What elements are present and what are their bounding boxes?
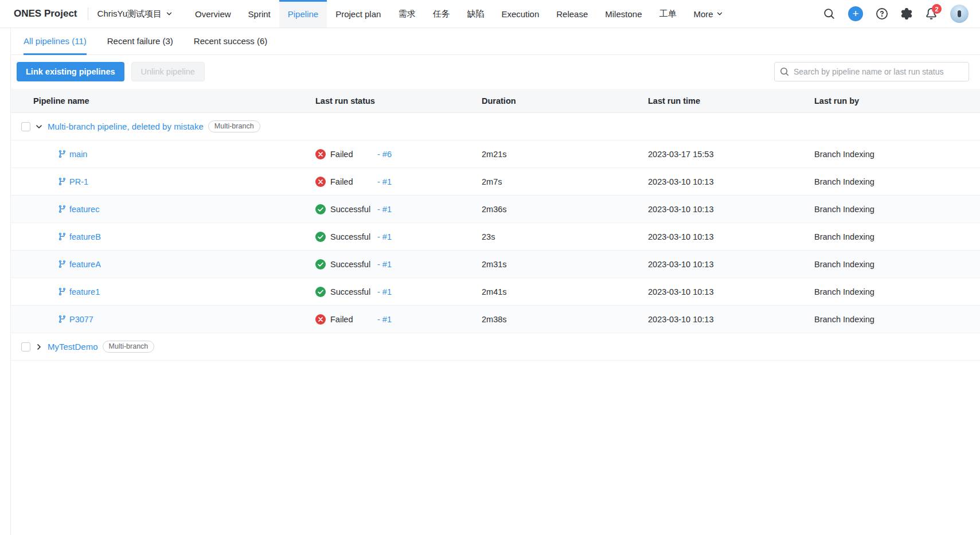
help-icon[interactable] [876,8,888,19]
duration-value: 2m36s [482,205,648,214]
nav-item-ticket[interactable]: 工单 [651,0,685,28]
run-link[interactable]: - #1 [377,260,392,269]
failed-icon [315,177,326,187]
branch-row: PR-1 Failed - #1 2m7s 2023-03-10 10:13 B… [11,168,980,196]
duration-value: 2m21s [482,150,648,159]
last-run-by-value: Branch Indexing [814,287,980,296]
nav-item-pipeline[interactable]: Pipeline [279,0,327,28]
branch-row: P3077 Failed - #1 2m38s 2023-03-10 10:13… [11,306,980,333]
last-run-by-value: Branch Indexing [814,260,980,269]
git-branch-icon [58,315,67,323]
tab-recent-success[interactable]: Recent success (6) [194,28,267,55]
chevron-down-icon[interactable] [35,123,43,131]
pipeline-search [774,62,969,81]
search-icon[interactable] [823,8,835,19]
app-logo-title[interactable]: ONES Project [14,8,77,19]
unlink-pipeline-button[interactable]: Unlink pipeline [131,62,205,81]
run-link[interactable]: - #1 [377,205,392,214]
duration-value: 2m41s [482,287,648,296]
pipeline-tabs: All pipelines (11) Recent failure (3) Re… [11,28,980,55]
table-header: Pipeline name Last run status Duration L… [11,89,980,113]
status-label: Failed [330,315,377,324]
duration-value: 2m7s [482,177,648,186]
success-icon [315,259,326,270]
user-avatar[interactable] [950,5,969,23]
branch-link[interactable]: feature1 [69,287,100,296]
status-label: Successful [330,287,377,296]
branch-link[interactable]: featurec [69,205,99,214]
notification-bell-icon[interactable]: 2 [926,8,937,19]
branch-link[interactable]: main [69,150,87,159]
status-label: Successful [330,232,377,241]
run-link[interactable]: - #1 [377,287,392,296]
branch-link[interactable]: PR-1 [69,177,88,186]
nav-item-requirement[interactable]: 需求 [389,0,424,28]
failed-icon [315,149,326,159]
run-link[interactable]: - #1 [377,232,392,241]
tab-recent-failure[interactable]: Recent failure (3) [107,28,173,55]
run-link[interactable]: - #1 [377,177,392,186]
last-run-by-value: Branch Indexing [814,315,980,324]
row-checkbox[interactable] [21,342,30,352]
last-run-time-value: 2023-03-17 15:53 [648,150,814,159]
nav-item-task[interactable]: 任务 [424,0,458,28]
search-icon [780,67,789,76]
column-header-duration: Duration [482,96,648,106]
create-plus-icon[interactable]: + [848,6,863,21]
last-run-time-value: 2023-03-10 10:13 [648,205,814,214]
duration-value: 2m38s [482,315,648,324]
git-branch-icon [58,205,67,213]
pipeline-toolbar: Link existing pipelines Unlink pipeline [11,55,980,89]
notification-badge: 2 [932,4,942,14]
last-run-time-value: 2023-03-10 10:13 [648,260,814,269]
nav-item-execution[interactable]: Execution [493,0,548,28]
chevron-down-icon [166,10,173,17]
pipeline-group-link[interactable]: Multi-branch pipeline, deleted by mistak… [48,122,204,131]
branch-row: feature1 Successful - #1 2m41s 2023-03-1… [11,278,980,306]
nav-item-milestone[interactable]: Milestone [596,0,650,28]
primary-nav: Overview Sprint Pipeline Project plan 需求… [186,0,732,28]
tab-all-pipelines[interactable]: All pipelines (11) [24,28,87,55]
status-label: Failed [330,177,377,186]
git-branch-icon [58,232,67,241]
branch-row: featureA Successful - #1 2m31s 2023-03-1… [11,251,980,278]
chevron-down-icon [716,10,723,17]
header-divider [88,7,88,20]
column-header-last-run-by: Last run by [814,96,980,106]
row-checkbox[interactable] [21,122,30,131]
nav-item-release[interactable]: Release [548,0,596,28]
success-icon [315,232,326,242]
last-run-by-value: Branch Indexing [814,177,980,186]
header-actions: + 2 [823,0,969,28]
branch-link[interactable]: featureA [69,260,101,269]
last-run-by-value: Branch Indexing [814,205,980,214]
link-existing-pipelines-button[interactable]: Link existing pipelines [17,62,124,81]
settings-gear-icon[interactable] [901,8,912,19]
last-run-time-value: 2023-03-10 10:13 [648,177,814,186]
search-input[interactable] [774,62,969,81]
chevron-right-icon[interactable] [35,343,43,351]
pipeline-group-row: MyTestDemo Multi-branch [11,333,980,361]
project-switcher[interactable]: ChrisYu测试项目 [97,0,173,28]
nav-item-overview[interactable]: Overview [186,0,240,28]
nav-item-project-plan[interactable]: Project plan [327,0,389,28]
run-link[interactable]: - #6 [377,150,392,159]
column-header-last-run-time: Last run time [648,96,814,106]
success-icon [315,204,326,214]
branch-link[interactable]: featureB [69,232,101,241]
last-run-time-value: 2023-03-10 10:13 [648,315,814,324]
git-branch-icon [58,287,67,296]
last-run-by-value: Branch Indexing [814,232,980,241]
project-name: ChrisYu测试项目 [97,9,162,19]
last-run-by-value: Branch Indexing [814,150,980,159]
branch-row: featurec Successful - #1 2m36s 2023-03-1… [11,196,980,223]
nav-item-more[interactable]: More [685,0,732,28]
branch-row: featureB Successful - #1 23s 2023-03-10 … [11,223,980,251]
nav-item-sprint[interactable]: Sprint [240,0,279,28]
branch-link[interactable]: P3077 [69,315,93,324]
run-link[interactable]: - #1 [377,315,392,324]
last-run-time-value: 2023-03-10 10:13 [648,287,814,296]
pipeline-group-link[interactable]: MyTestDemo [48,342,98,352]
nav-item-defect[interactable]: 缺陷 [458,0,493,28]
failed-icon [315,314,326,325]
